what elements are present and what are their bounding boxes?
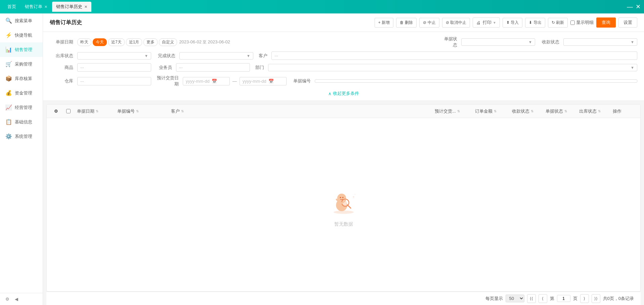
delivery-date-range: yyyy-mm-dd 📅 — yyyy-mm-dd 📅 xyxy=(183,77,287,85)
last-page-btn[interactable]: ⟩⟩ xyxy=(592,294,600,303)
cancel-stop-btn[interactable]: ⊘ 取消中止 xyxy=(442,18,470,28)
th-amount-label: 订单金额 xyxy=(475,108,492,114)
doc-status-select[interactable]: ▼ xyxy=(461,38,535,46)
goods-input[interactable]: ··· xyxy=(77,63,151,72)
sidebar-settings-icon[interactable]: ⚙ xyxy=(5,297,9,302)
prev-page-btn[interactable]: ⟨ xyxy=(539,294,547,303)
complete-status-select[interactable]: ▼ xyxy=(179,52,253,60)
dept-select[interactable]: ▼ xyxy=(268,64,637,71)
page-label: 页 xyxy=(573,296,577,302)
doc-no-label: 单据编号 xyxy=(291,78,311,84)
sidebar-item-sales-mgmt[interactable]: 📊 销售管理 xyxy=(0,42,43,57)
tab-sales-order-close[interactable]: ✕ xyxy=(44,5,47,9)
doc-status-label: 单据状态 xyxy=(444,36,457,48)
th-out-status[interactable]: 出库状态 ⇅ xyxy=(576,108,610,114)
show-details-checkbox[interactable] xyxy=(570,21,575,25)
filter-row-3: 商品 ··· 业务员 ··· 部门 ▼ xyxy=(50,63,637,72)
delivery-date-from[interactable]: yyyy-mm-dd 📅 xyxy=(183,77,230,85)
table-area: ⚙ 单据日期 ⇅ 单据编号 ⇅ 客户 ⇅ 预计交货... xyxy=(46,104,641,292)
out-status-select[interactable]: ▼ xyxy=(77,52,151,60)
import-btn[interactable]: ⬆ 导入 xyxy=(503,18,522,28)
th-no[interactable]: 单据编号 ⇅ xyxy=(115,108,168,114)
salesman-input[interactable]: ··· xyxy=(176,63,250,72)
th-delivery[interactable]: 预计交货... ⇅ xyxy=(432,108,472,114)
complete-status-arrow: ▼ xyxy=(247,54,250,58)
date-btn-yesterday[interactable]: 昨天 xyxy=(77,38,91,46)
tab-sales-order-label: 销售订单 xyxy=(25,4,42,10)
tab-sales-order-history[interactable]: 销售订单历史 ✕ xyxy=(52,2,91,12)
page-title: 销售订单历史 xyxy=(50,19,82,26)
setting-btn[interactable]: 设置 xyxy=(618,17,637,28)
date-btn-custom[interactable]: 自定义 xyxy=(159,38,177,46)
export-btn[interactable]: ⬇ 导出 xyxy=(525,18,545,28)
sidebar-item-operations[interactable]: 📈 经营管理 xyxy=(0,100,43,115)
sidebar-item-sys-mgmt[interactable]: ⚙️ 系统管理 xyxy=(0,129,43,144)
th-checkbox[interactable] xyxy=(62,109,74,113)
sidebar-item-purchase-mgmt[interactable]: 🛒 采购管理 xyxy=(0,57,43,71)
delivery-date-to[interactable]: yyyy-mm-dd 📅 xyxy=(240,77,287,85)
tab-home[interactable]: 首页 xyxy=(3,2,20,12)
sidebar-item-basic-info[interactable]: 📋 基础信息 xyxy=(0,115,43,129)
th-pay-status[interactable]: 收款状态 ⇅ xyxy=(509,108,543,114)
date-btn-today[interactable]: 今天 xyxy=(93,38,107,46)
warehouse-input[interactable]: ··· xyxy=(77,77,151,85)
operations-icon: 📈 xyxy=(5,104,12,111)
pay-status-arrow: ▼ xyxy=(631,40,634,44)
sidebar-item-inventory[interactable]: 📦 库存核算 xyxy=(0,71,43,86)
th-settings[interactable]: ⚙ xyxy=(50,109,62,114)
th-doc-status[interactable]: 单据状态 ⇅ xyxy=(543,108,576,114)
sidebar-item-quick-nav[interactable]: ⚡ 快捷导航 xyxy=(0,28,43,42)
doc-status-arrow: ▼ xyxy=(528,40,532,44)
th-date[interactable]: 单据日期 ⇅ xyxy=(74,108,115,114)
print-label: 打印 xyxy=(483,20,491,26)
page-input[interactable] xyxy=(557,295,570,302)
show-details-checkbox-label[interactable]: 显示明细 xyxy=(570,20,594,26)
doc-no-input[interactable] xyxy=(315,79,637,83)
out-status-label: 出库状态 xyxy=(50,53,73,59)
sidebar-item-finance[interactable]: 💰 资金管理 xyxy=(0,86,43,100)
warehouse-label: 仓库 xyxy=(50,78,73,84)
date-btn-more[interactable]: 更多 xyxy=(143,38,158,46)
pay-status-select[interactable]: ▼ xyxy=(563,38,637,46)
jump-label: 第 xyxy=(550,296,554,302)
print-btn[interactable]: 🖨 打印 ▼ xyxy=(473,17,500,28)
tab-sales-order[interactable]: 销售订单 ✕ xyxy=(21,2,51,12)
out-status-arrow: ▼ xyxy=(144,54,148,58)
tab-sales-order-history-close[interactable]: ✕ xyxy=(84,5,87,9)
next-page-btn[interactable]: ⟩ xyxy=(580,294,589,303)
print-icon: 🖨 xyxy=(476,20,481,25)
minimize-icon[interactable]: — xyxy=(627,3,633,10)
new-btn[interactable]: + 新增 xyxy=(375,18,393,28)
th-pay-status-label: 收款状态 xyxy=(512,108,529,114)
sidebar-item-search-menu[interactable]: 🔍 搜索菜单 xyxy=(0,13,43,28)
filter-row-4: 仓库 ··· 预计交货日期 yyyy-mm-dd 📅 — yyyy-mm-dd … xyxy=(50,75,637,87)
customer-input[interactable]: ··· xyxy=(271,51,637,60)
th-amount[interactable]: 订单金额 ⇅ xyxy=(472,108,509,114)
collapse-btn[interactable]: ∧ 收起更多条件 xyxy=(50,90,637,97)
refresh-btn[interactable]: ↻ 刷新 xyxy=(548,18,568,28)
th-delivery-label: 预计交货... xyxy=(435,108,456,114)
page-size-select[interactable]: 20 50 100 xyxy=(506,295,524,302)
delete-btn[interactable]: 🗑 删除 xyxy=(396,18,417,28)
date-btn-1month[interactable]: 近1月 xyxy=(126,38,142,46)
print-arrow: ▼ xyxy=(493,21,496,25)
sidebar-collapse-icon[interactable]: ◀ xyxy=(15,297,18,302)
svg-text:~: ~ xyxy=(354,193,356,196)
date-filter-value: 昨天 今天 近7天 近1月 更多 自定义 2023-06-02 至 2023-0… xyxy=(77,38,440,46)
date-btn-7days[interactable]: 近7天 xyxy=(108,38,125,46)
sidebar-item-purchase-label: 采购管理 xyxy=(15,61,32,67)
table-header: ⚙ 单据日期 ⇅ 单据编号 ⇅ 客户 ⇅ 预计交货... xyxy=(47,105,640,118)
purchase-mgmt-icon: 🛒 xyxy=(5,61,12,67)
select-all-checkbox[interactable] xyxy=(66,109,71,113)
sort-customer-icon: ⇅ xyxy=(181,109,184,113)
page-size-label: 每页显示 xyxy=(485,296,503,302)
query-btn[interactable]: 查询 xyxy=(596,17,616,28)
first-page-btn[interactable]: ⟨⟨ xyxy=(527,294,536,303)
salesman-dots: ··· xyxy=(179,65,183,70)
empty-text: 暂无数据 xyxy=(334,221,353,227)
stop-btn[interactable]: ⊘ 中止 xyxy=(419,18,439,28)
close-window-icon[interactable]: ✕ xyxy=(636,3,641,10)
th-customer[interactable]: 客户 ⇅ xyxy=(168,108,432,114)
sort-delivery-icon: ⇅ xyxy=(457,109,460,113)
dept-arrow: ▼ xyxy=(631,66,634,70)
